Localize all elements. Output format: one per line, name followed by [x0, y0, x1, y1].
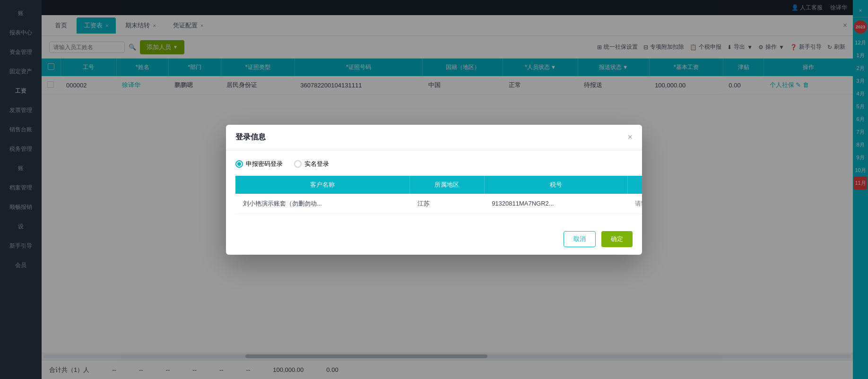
login-dialog: 登录信息 × 申报密码登录 实名登录 客户名称 所属地区 — [226, 125, 642, 255]
dialog-table: 客户名称 所属地区 税号 个税密码 刘小艳演示账套（勿删勿动... 江苏 913… — [235, 176, 642, 214]
dialog-overlay: 登录信息 × 申报密码登录 实名登录 客户名称 所属地区 — [0, 0, 868, 379]
confirm-button[interactable]: 确定 — [601, 231, 633, 247]
radio-password-dot — [235, 160, 243, 168]
radio-group: 申报密码登录 实名登录 — [235, 160, 633, 168]
cancel-button[interactable]: 取消 — [564, 231, 596, 247]
dialog-table-row: 刘小艳演示账套（勿删勿动... 江苏 91320811MA7NGR2... — [235, 194, 642, 214]
dialog-col-taxno: 税号 — [484, 176, 627, 194]
dialog-footer: 取消 确定 — [226, 224, 642, 255]
dialog-col-password: 个税密码 — [627, 176, 642, 194]
dialog-col-region: 所属地区 — [410, 176, 485, 194]
radio-realname-login[interactable]: 实名登录 — [294, 160, 329, 168]
dialog-title: 登录信息 — [235, 132, 266, 142]
dialog-col-name: 客户名称 — [235, 176, 410, 194]
dialog-cell-name: 刘小艳演示账套（勿删勿动... — [235, 194, 410, 214]
dialog-cell-region: 江苏 — [410, 194, 485, 214]
tax-password-input[interactable] — [635, 200, 642, 207]
dialog-cell-password[interactable] — [627, 194, 642, 214]
dialog-body: 申报密码登录 实名登录 客户名称 所属地区 税号 个税密码 — [226, 150, 642, 224]
dialog-header: 登录信息 × — [226, 125, 642, 150]
dialog-close-icon[interactable]: × — [627, 132, 633, 142]
radio-password-login[interactable]: 申报密码登录 — [235, 160, 283, 168]
dialog-cell-taxno: 91320811MA7NGR2... — [484, 194, 627, 214]
radio-realname-dot — [294, 160, 302, 168]
